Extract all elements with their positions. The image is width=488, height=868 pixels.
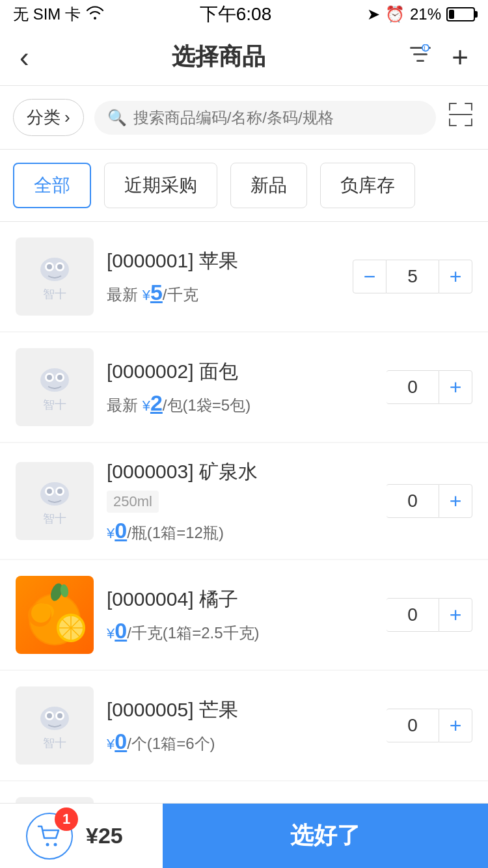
placeholder-logo: 智十 (35, 362, 74, 413)
svg-point-58 (54, 843, 57, 846)
svg-point-33 (31, 603, 51, 623)
quantity-input[interactable] (386, 260, 439, 293)
battery-percent: 21% (410, 5, 441, 23)
tab-all[interactable]: 全部 (13, 163, 91, 208)
carrier-label: 无 SIM 卡 (13, 4, 81, 25)
svg-rect-8 (471, 103, 472, 111)
product-info: [0000001] 苹果 最新 ¥5/千克 (107, 248, 340, 305)
tab-new[interactable]: 新品 (230, 163, 307, 208)
tab-negative[interactable]: 负库存 (320, 163, 415, 208)
product-thumbnail: 智十 (16, 462, 94, 540)
search-box: 🔍 (94, 101, 436, 135)
status-right: ➤ ⏰ 21% (367, 5, 475, 23)
nav-right-actions: ! + (409, 41, 468, 74)
filter-bar: 分类 › 🔍 (0, 86, 488, 150)
quantity-control: + (386, 709, 472, 742)
battery-icon (446, 7, 475, 21)
product-price: ¥0/个(1箱=6个) (107, 729, 373, 754)
svg-point-28 (57, 489, 62, 494)
product-info: [0000002] 面包 最新 ¥2/包(1袋=5包) (107, 359, 373, 416)
placeholder-logo: 智十 (35, 476, 74, 526)
cart-badge: 1 (55, 807, 78, 831)
product-price: 最新 ¥5/千克 (107, 280, 340, 305)
product-list: 智十 [0000001] 苹果 最新 ¥5/千克 − + (0, 222, 488, 868)
product-spec: 250ml (107, 491, 159, 513)
product-info: [0000003] 矿泉水 250ml ¥0/瓶(1箱=12瓶) (107, 459, 373, 543)
product-thumbnail (16, 576, 94, 654)
quantity-decrease-button[interactable]: − (353, 260, 386, 293)
product-price: 最新 ¥2/包(1袋=5包) (107, 390, 373, 416)
product-info: [0000004] 橘子 ¥0/千克(1箱=2.5千克) (107, 586, 373, 644)
status-time: 下午6:08 (200, 2, 272, 27)
cart-icon[interactable]: 1 (26, 813, 73, 860)
wifi-icon (86, 5, 104, 23)
svg-text:!: ! (424, 45, 426, 51)
back-button[interactable]: ‹ (20, 41, 29, 74)
svg-rect-13 (449, 114, 472, 115)
quantity-input[interactable] (386, 709, 439, 742)
list-item: 智十 [0000005] 芒果 ¥0/个(1箱=6个) + (0, 671, 488, 780)
quantity-control: + (386, 370, 472, 404)
quantity-input[interactable] (386, 484, 439, 518)
svg-point-27 (47, 489, 52, 494)
location-icon: ➤ (367, 5, 380, 23)
tabs-bar: 全部 近期采购 新品 负库存 (0, 150, 488, 222)
cart-section: 1 ¥25 (0, 813, 163, 860)
product-info: [0000005] 芒果 ¥0/个(1箱=6个) (107, 697, 373, 754)
category-label: 分类 (27, 106, 61, 129)
bottom-bar: 1 ¥25 选好了 (0, 803, 488, 868)
product-thumbnail: 智十 (16, 237, 94, 316)
quantity-increase-button[interactable]: + (439, 709, 472, 742)
alarm-icon: ⏰ (385, 5, 405, 23)
status-left: 无 SIM 卡 (13, 4, 104, 25)
search-icon: 🔍 (107, 109, 127, 127)
quantity-input[interactable] (386, 598, 439, 632)
svg-rect-10 (449, 118, 450, 126)
chevron-right-icon: › (64, 107, 70, 128)
list-item: 智十 [0000002] 面包 最新 ¥2/包(1袋=5包) + (0, 332, 488, 442)
list-item: 智十 [0000003] 矿泉水 250ml ¥0/瓶(1箱=12瓶) + (0, 443, 488, 559)
search-input[interactable] (133, 109, 423, 127)
product-name: [0000001] 苹果 (107, 248, 340, 275)
product-name: [0000002] 面包 (107, 359, 373, 385)
product-name: [0000003] 矿泉水 (107, 459, 373, 485)
svg-rect-12 (471, 118, 472, 126)
product-thumbnail: 智十 (16, 686, 94, 765)
svg-point-22 (47, 375, 52, 380)
confirm-button[interactable]: 选好了 (163, 804, 488, 869)
placeholder-logo: 智十 (35, 251, 74, 302)
list-item: [0000004] 橘子 ¥0/千克(1箱=2.5千克) + (0, 560, 488, 670)
svg-rect-2 (416, 60, 424, 62)
product-name: [0000005] 芒果 (107, 697, 373, 724)
svg-point-17 (47, 264, 52, 269)
page-title: 选择商品 (29, 41, 409, 73)
list-item: 智十 [0000001] 苹果 最新 ¥5/千克 − + (0, 222, 488, 331)
placeholder-logo: 智十 (35, 700, 74, 751)
tab-recent[interactable]: 近期采购 (104, 163, 217, 208)
quantity-control: + (386, 598, 472, 632)
product-price: ¥0/瓶(1箱=12瓶) (107, 518, 373, 543)
quantity-increase-button[interactable]: + (439, 370, 472, 404)
product-thumbnail: 智十 (16, 348, 94, 426)
filter-icon[interactable]: ! (409, 44, 432, 70)
category-button[interactable]: 分类 › (13, 99, 84, 136)
svg-point-23 (57, 375, 62, 380)
scan-icon[interactable] (446, 100, 475, 135)
quantity-input[interactable] (386, 370, 439, 404)
add-icon[interactable]: + (452, 41, 468, 74)
quantity-increase-button[interactable]: + (439, 260, 472, 293)
quantity-control: − + (353, 260, 472, 293)
svg-rect-6 (449, 103, 450, 111)
svg-point-57 (46, 843, 49, 846)
nav-bar: ‹ 选择商品 ! + (0, 29, 488, 86)
quantity-increase-button[interactable]: + (439, 484, 472, 518)
quantity-increase-button[interactable]: + (439, 598, 472, 632)
svg-point-45 (47, 713, 52, 718)
product-name: [0000004] 橘子 (107, 586, 373, 613)
cart-total: ¥25 (86, 823, 123, 848)
svg-rect-1 (413, 53, 427, 55)
status-bar: 无 SIM 卡 下午6:08 ➤ ⏰ 21% (0, 0, 488, 29)
product-price: ¥0/千克(1箱=2.5千克) (107, 618, 373, 644)
svg-point-18 (57, 264, 62, 269)
svg-point-46 (57, 713, 62, 718)
